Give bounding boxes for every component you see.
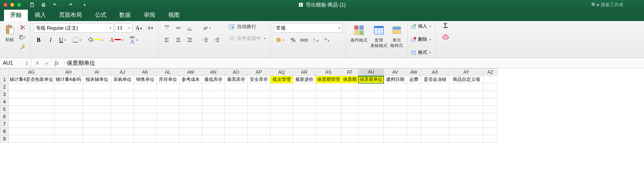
- percent-format-button[interactable]: %: [288, 35, 298, 44]
- cell-AW9[interactable]: [407, 135, 421, 143]
- autosum-button[interactable]: Σ: [439, 21, 452, 30]
- cell-AH3[interactable]: [54, 91, 83, 98]
- tab-insert[interactable]: 插入: [28, 9, 52, 21]
- row-header-4[interactable]: 4: [0, 98, 9, 106]
- cell-AK8[interactable]: [134, 128, 157, 135]
- paste-button[interactable]: 粘贴: [3, 23, 16, 42]
- cell-AI7[interactable]: [83, 120, 111, 128]
- format-painter-button[interactable]: [19, 43, 27, 51]
- cell-AI1[interactable]: 报表辅单位: [83, 76, 111, 83]
- name-box[interactable]: ▲▼: [0, 58, 31, 68]
- align-middle-button[interactable]: [173, 23, 183, 32]
- cell-AN7[interactable]: [202, 120, 225, 128]
- accounting-format-button[interactable]: ▾: [274, 35, 287, 44]
- cell-AL7[interactable]: [157, 120, 179, 128]
- tab-view[interactable]: 视图: [162, 9, 186, 21]
- cell-AY3[interactable]: [449, 91, 483, 98]
- cell-AN2[interactable]: [202, 83, 225, 91]
- column-header-AM[interactable]: AM: [179, 69, 202, 76]
- cell-AR2[interactable]: [293, 83, 316, 91]
- cell-AR3[interactable]: [293, 91, 316, 98]
- cell-AJ6[interactable]: [111, 113, 134, 120]
- cell-AT8[interactable]: [341, 128, 358, 135]
- cell-AH2[interactable]: [54, 83, 83, 91]
- cell-AI9[interactable]: [83, 135, 111, 143]
- font-color-button[interactable]: A▾: [108, 35, 126, 44]
- cell-AW1[interactable]: 运费: [407, 76, 421, 83]
- cell-AG2[interactable]: [9, 83, 54, 91]
- cell-AX3[interactable]: [421, 91, 449, 98]
- cell-AX9[interactable]: [421, 135, 449, 143]
- cell-AJ9[interactable]: [111, 135, 134, 143]
- close-window-button[interactable]: [3, 3, 7, 7]
- cell-AP9[interactable]: [248, 135, 270, 143]
- cell-AS6[interactable]: [316, 113, 341, 120]
- cell-AG4[interactable]: [9, 98, 54, 106]
- decrease-decimal-button[interactable]: .00.0: [322, 35, 331, 44]
- cell-AR7[interactable]: [293, 120, 316, 128]
- cell-AO9[interactable]: [225, 135, 248, 143]
- cell-AQ7[interactable]: [270, 120, 293, 128]
- cell-AV5[interactable]: [384, 106, 407, 113]
- increase-font-button[interactable]: A▴: [134, 23, 144, 32]
- cell-AH4[interactable]: [54, 98, 83, 106]
- cell-AU2[interactable]: [358, 83, 384, 91]
- cell-AJ5[interactable]: [111, 106, 134, 113]
- cell-AV2[interactable]: [384, 83, 407, 91]
- decrease-indent-button[interactable]: [201, 35, 210, 44]
- cell-AJ2[interactable]: [111, 83, 134, 91]
- cell-AK3[interactable]: [134, 91, 157, 98]
- cell-AS7[interactable]: [316, 120, 341, 128]
- cell-AK6[interactable]: [134, 113, 157, 120]
- tab-home[interactable]: 开始: [4, 9, 28, 21]
- cell-AX5[interactable]: [421, 106, 449, 113]
- cell-AK1[interactable]: 销售单位: [134, 76, 157, 83]
- column-header-AG[interactable]: AG: [9, 69, 54, 76]
- row-header-7[interactable]: 7: [0, 120, 9, 128]
- cell-AI3[interactable]: [83, 91, 111, 98]
- cut-button[interactable]: [19, 23, 27, 31]
- insert-cells-button[interactable]: 插入▾: [411, 23, 432, 30]
- cell-AO2[interactable]: [225, 83, 248, 91]
- cell-AP5[interactable]: [248, 106, 270, 113]
- cell-AW6[interactable]: [407, 113, 421, 120]
- cell-AM2[interactable]: [179, 83, 202, 91]
- cell-AL9[interactable]: [157, 135, 179, 143]
- merge-center-button[interactable]: 合并后居中▾: [228, 35, 267, 42]
- cell-AK5[interactable]: [134, 106, 157, 113]
- cell-AT7[interactable]: [341, 120, 358, 128]
- cell-AR8[interactable]: [293, 128, 316, 135]
- cell-AJ8[interactable]: [111, 128, 134, 135]
- column-header-AR[interactable]: AR: [293, 69, 316, 76]
- decrease-font-button[interactable]: A▾: [145, 23, 155, 32]
- cell-AY5[interactable]: [449, 106, 483, 113]
- font-size-combo[interactable]: 11▾: [115, 23, 132, 32]
- save-button[interactable]: [30, 2, 35, 7]
- cell-AO3[interactable]: [225, 91, 248, 98]
- formula-input[interactable]: 保质期单位: [65, 59, 95, 67]
- number-format-combo[interactable]: 常规▾: [274, 23, 342, 32]
- cell-AG1[interactable]: 辅计量4是否包装单位: [9, 76, 54, 83]
- cell-AW3[interactable]: [407, 91, 421, 98]
- format-cells-button[interactable]: 格式▾: [411, 49, 432, 56]
- cell-AP7[interactable]: [248, 120, 270, 128]
- cell-AM7[interactable]: [179, 120, 202, 128]
- cell-AY7[interactable]: [449, 120, 483, 128]
- cancel-edit-button[interactable]: ✕: [35, 60, 40, 66]
- cell-AH1[interactable]: 辅计量4条码: [54, 76, 83, 83]
- cell-AP3[interactable]: [248, 91, 270, 98]
- row-header-6[interactable]: 6: [0, 113, 9, 120]
- cell-AX6[interactable]: [421, 113, 449, 120]
- confirm-edit-button[interactable]: ✓: [45, 60, 49, 67]
- tab-formulas[interactable]: 公式: [89, 9, 113, 21]
- align-right-button[interactable]: [185, 35, 194, 44]
- cell-AK7[interactable]: [134, 120, 157, 128]
- cell-AM9[interactable]: [179, 135, 202, 143]
- cell-AZ5[interactable]: [483, 106, 498, 113]
- cell-AH9[interactable]: [54, 135, 83, 143]
- cell-AW5[interactable]: [407, 106, 421, 113]
- cell-AQ1[interactable]: 批次管理: [270, 76, 293, 83]
- select-all-corner[interactable]: [0, 69, 9, 76]
- copy-button[interactable]: ▾: [19, 33, 27, 41]
- cell-AG7[interactable]: [9, 120, 54, 128]
